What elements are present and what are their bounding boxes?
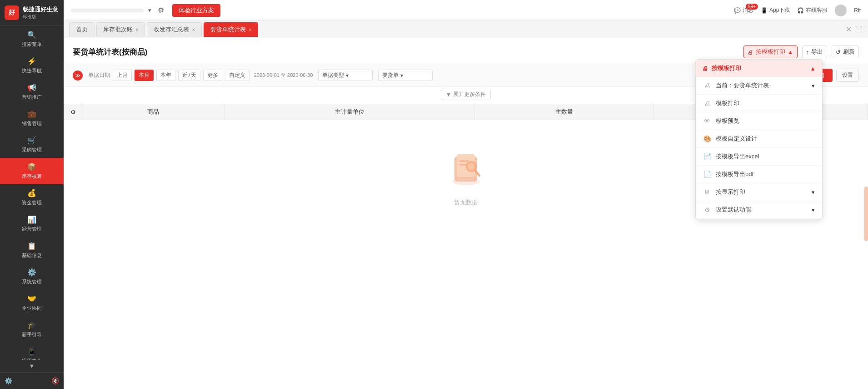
online-service-label: 在线客服 [806,6,828,14]
tab-receipt-summary[interactable]: 收发存汇总表 × [147,22,201,37]
th-settings[interactable]: ⚙ [64,104,82,120]
sidebar-item-label: 库存核算 [22,173,42,180]
filter-toggle-btn[interactable]: ≫ [73,71,83,81]
export-btn[interactable]: ↑ 导出 [802,45,828,58]
dropdown-display-print[interactable]: 🖥 按显示打印 ▾ [696,183,822,201]
sidebar-item-purchase[interactable]: 🛒 采购管理 [0,131,64,158]
current-template-left: 🖨 当前：要货单统计表 [703,81,769,90]
refresh-label: 刷新 [843,48,855,56]
sidebar-item-label: 新手引导 [22,331,42,338]
set-default-icon: ⚙ [703,206,711,213]
search-icon: 🔍 [27,30,36,39]
print-dropdown: 🖨 按模板打印 ▲ 🖨 当前：要货单统计表 ▾ 🖨 模板打印 👁 [695,59,823,219]
avatar[interactable] [835,5,847,16]
template-print-icon: 🖨 [703,100,711,107]
tab-order-stats[interactable]: 要货单统计表 × [204,22,258,37]
printer-icon: 🖨 [748,49,753,56]
sidebar-item-finance[interactable]: 💰 资金管理 [0,184,64,211]
empty-icon [443,147,489,193]
set-default-label: 设置默认功能 [716,206,751,214]
dropdown-set-default[interactable]: ⚙ 设置默认功能 ▾ [696,201,822,219]
sidebar-item-app-center[interactable]: 📱 应用中心 [0,343,64,360]
order-type-select[interactable]: 要货单 ▾ [378,70,433,81]
mute-icon[interactable]: 🔇 [51,377,59,384]
tab-batch-account[interactable]: 库存批次账 × [96,22,145,37]
sidebar-logo: 好 畅捷通好生意 标准版 [0,0,64,26]
date-btn-custom[interactable]: 自定义 [225,70,249,81]
megaphone-icon: 📢 [27,83,36,92]
dropdown-template-print[interactable]: 🖨 模板打印 [696,95,822,112]
sidebar-item-sales[interactable]: 💼 销售管理 [0,105,64,131]
settings-icon[interactable]: ⚙️ [5,377,12,384]
sidebar-item-guide[interactable]: 🎓 新手引导 [0,316,64,343]
dropdown-current-template[interactable]: 🖨 当前：要货单统计表 ▾ [696,77,822,95]
expand-more-btn[interactable]: ▼ 展开更多条件 [441,89,491,100]
bill-type-label: 单据类型 [322,71,344,79]
date-btn-7days[interactable]: 近7天 [178,70,200,81]
tab-batch-account-label: 库存批次账 [103,25,133,34]
tab-expand[interactable]: ⛶ [855,25,863,34]
tab-batch-account-close[interactable]: × [135,27,138,32]
tab-home[interactable]: 首页 [69,22,95,37]
date-filter-label: 单据日期 [88,71,110,79]
dropdown-export-excel[interactable]: 📄 按模板导出excel [696,148,822,166]
bill-type-select[interactable]: 单据类型 ▾ [318,70,373,81]
sidebar-item-inventory[interactable]: 📦 库存核算 [0,158,64,184]
trial-btn[interactable]: 体验行业方案 [172,4,220,17]
sidebar-item-quick-nav[interactable]: ⚡ 快捷导航 [0,52,64,79]
dropdown-template-preview[interactable]: 👁 模板预览 [696,112,822,130]
sidebar-item-search[interactable]: 🔍 搜索菜单 [0,26,64,52]
main-content: ▾ ⚙ 体验行业方案 💬 消息 99+ 📱 App下载 🎧 在线客服 Rit 首… [64,0,868,389]
dropdown-export-pdf[interactable]: 📄 按模板导出pdf [696,166,822,183]
sidebar-item-cooperation[interactable]: 🤝 企业协同 [0,290,64,316]
export-icon: ↑ [806,49,809,56]
page-title: 要货单统计表(按商品) [73,47,147,57]
date-btn-this-month[interactable]: 本月 [135,70,154,81]
date-btn-more[interactable]: 更多 [203,70,222,81]
scrollbar-right[interactable] [864,187,868,241]
logo-text: 畅捷通好生意 标准版 [23,6,58,20]
sidebar-item-system[interactable]: ⚙️ 系统管理 [0,263,64,290]
sidebar-item-label: 基础信息 [22,252,42,259]
online-service-btn[interactable]: 🎧 在线客服 [797,6,828,14]
sidebar-scroll-down[interactable]: ▼ [0,360,64,372]
th-unit: 主计量单位 [224,104,475,120]
print-template-label: 按模板打印 [756,48,785,56]
sidebar-item-basics[interactable]: 📋 基础信息 [0,237,64,263]
tab-home-label: 首页 [76,25,88,34]
svg-point-4 [468,163,475,170]
logo-icon: 好 [5,5,19,20]
date-btn-last-month[interactable]: 上月 [113,70,132,81]
message-badge: 99+ [746,4,758,10]
tab-close-all[interactable]: ✕ [846,25,852,34]
dropdown-header-left: 🖨 按模板打印 [702,64,741,72]
date-range-display: 2023-06-01 至 2023-06-30 [254,72,313,79]
date-btn-this-year[interactable]: 本年 [156,70,175,81]
export-pdf-label: 按模板导出pdf [716,170,753,178]
dropdown-close-btn[interactable]: ▲ [810,65,816,72]
refresh-btn[interactable]: ↺ 刷新 [832,45,859,58]
display-print-left: 🖥 按显示打印 [703,188,745,196]
display-print-label: 按显示打印 [716,188,745,196]
display-print-icon: 🖥 [703,188,711,196]
page-actions: 🖨 按模板打印 ▲ ↑ 导出 ↺ 刷新 [743,45,859,58]
flash-icon: ⚡ [27,57,36,66]
topbar-settings-icon[interactable]: ⚙ [158,6,164,15]
topbar-right: 💬 消息 99+ 📱 App下载 🎧 在线客服 Rit [734,5,861,16]
app-download-btn[interactable]: 📱 App下载 [761,6,790,14]
expand-label: 展开更多条件 [453,91,486,98]
sidebar-item-marketing[interactable]: 📢 营销推广 [0,79,64,105]
dropdown-template-design[interactable]: 🎨 模板自定义设计 [696,130,822,148]
topbar-dropdown[interactable]: ▾ [148,7,151,14]
order-type-label: 要货单 [382,71,399,79]
message-btn[interactable]: 💬 消息 99+ [734,6,753,14]
box-icon: 📦 [27,162,36,171]
download-icon: 📱 [761,7,768,14]
th-quantity: 主数量 [475,104,653,120]
sidebar-item-label: 采购管理 [22,147,42,153]
tab-order-stats-close[interactable]: × [249,27,251,32]
print-template-btn[interactable]: 🖨 按模板打印 ▲ [743,45,798,58]
tab-receipt-summary-close[interactable]: × [192,27,195,32]
sidebar-item-operations[interactable]: 📊 经营管理 [0,211,64,237]
settings-btn[interactable]: 设置 [836,69,859,82]
